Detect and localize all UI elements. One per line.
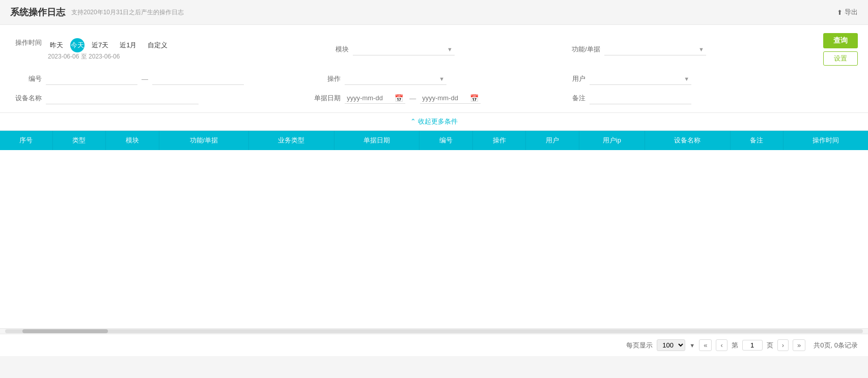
total-info: 共0页, 0条记录 — [814, 341, 858, 350]
table-header-row: 序号类型模块功能/单据业务类型单据日期编号操作用户用户ip设备名称备注操作时间 — [0, 131, 868, 150]
device-input[interactable] — [46, 92, 199, 104]
scrollbar-area — [0, 328, 868, 334]
scrollbar-track — [5, 329, 863, 333]
operation-filter: 操作 ▼ — [304, 73, 549, 85]
serial-from-input[interactable] — [46, 73, 137, 85]
function-select[interactable] — [604, 43, 706, 55]
user-select[interactable] — [590, 73, 691, 85]
time-btn-1month[interactable]: 近1月 — [116, 40, 141, 51]
docdate-label: 单据日期 — [304, 94, 345, 103]
filter-area: 操作时间 昨天 今天 近7天 近1月 自定义 2023-06-06 至 2023… — [0, 24, 868, 113]
table-header-cell: 操作时间 — [783, 131, 868, 150]
dropdown-icon: ▼ — [689, 342, 695, 348]
serial-dash: — — [142, 75, 148, 83]
table-header-cell: 用户 — [526, 131, 579, 150]
time-btn-today[interactable]: 今天 — [70, 38, 85, 52]
export-icon: ⬆ — [837, 9, 843, 16]
device-label: 设备名称 — [10, 94, 46, 103]
page-number-input[interactable] — [742, 340, 763, 351]
scrollbar-thumb[interactable] — [22, 329, 108, 333]
query-button[interactable]: 查询 — [823, 33, 858, 48]
pagination-bar: 每页显示 100 50 200 ▼ « ‹ 第 页 › » 共0页, 0条记录 — [0, 334, 868, 356]
export-button[interactable]: ⬆ 导出 — [837, 8, 858, 17]
page-title: 系统操作日志 — [10, 6, 65, 18]
operation-select[interactable] — [345, 73, 446, 85]
table-container: 序号类型模块功能/单据业务类型单据日期编号操作用户用户ip设备名称备注操作时间 — [0, 131, 868, 328]
serial-to-input[interactable] — [152, 73, 244, 85]
table-header-cell: 备注 — [730, 131, 783, 150]
table-header-cell: 设备名称 — [645, 131, 730, 150]
module-label: 模块 — [312, 45, 353, 54]
table-header-cell: 模块 — [106, 131, 159, 150]
time-btn-7days[interactable]: 近7天 — [88, 40, 113, 51]
remark-label: 备注 — [549, 94, 590, 103]
action-buttons: 查询 设置 — [823, 33, 858, 66]
first-page-button[interactable]: « — [699, 339, 712, 351]
time-btn-custom[interactable]: 自定义 — [144, 40, 172, 51]
page-subtitle: 支持2020年10月31日之后产生的操作日志 — [71, 8, 184, 17]
filter-row-2: 编号 — 操作 ▼ 用户 ▼ — [10, 73, 858, 85]
module-filter: 模块 ▼ — [312, 43, 564, 55]
user-filter: 用户 ▼ — [549, 73, 794, 85]
calendar-from-icon[interactable]: 📅 — [395, 94, 403, 102]
table-header-cell: 编号 — [419, 131, 472, 150]
date-from-wrapper: 📅 — [345, 93, 405, 104]
empty-area — [0, 150, 868, 328]
page-header: 系统操作日志 支持2020年10月31日之后产生的操作日志 ⬆ 导出 — [0, 0, 868, 24]
remark-filter: 备注 — [549, 92, 794, 104]
date-from-input[interactable] — [347, 94, 393, 102]
time-label: 操作时间 — [10, 38, 46, 47]
next-page-button[interactable]: › — [777, 339, 789, 351]
collapse-icon: ⌃ — [410, 118, 416, 125]
settings-button[interactable]: 设置 — [823, 51, 858, 66]
filter-row-3: 设备名称 单据日期 📅 — 📅 备注 — [10, 92, 858, 104]
docdate-filter: 单据日期 📅 — 📅 — [304, 93, 549, 104]
function-filter: 功能/单据 ▼ — [564, 43, 815, 55]
per-page-label: 每页显示 — [626, 341, 653, 350]
date-range-text: 2023-06-06 至 2023-06-06 — [48, 52, 172, 61]
module-select-wrapper: ▼ — [353, 43, 455, 55]
table-header-cell: 用户ip — [579, 131, 645, 150]
date-to-input[interactable] — [422, 94, 468, 102]
module-select[interactable] — [353, 43, 455, 55]
page-label: 第 — [732, 341, 738, 350]
date-to-wrapper: 📅 — [420, 93, 481, 104]
function-label: 功能/单据 — [564, 45, 604, 54]
function-select-wrapper: ▼ — [604, 43, 706, 55]
calendar-to-icon[interactable]: 📅 — [470, 94, 479, 102]
time-options: 昨天 今天 近7天 近1月 自定义 — [46, 38, 172, 52]
serial-label: 编号 — [10, 74, 46, 83]
date-dash: — — [409, 95, 416, 102]
data-table: 序号类型模块功能/单据业务类型单据日期编号操作用户用户ip设备名称备注操作时间 — [0, 131, 868, 150]
operation-select-wrapper: ▼ — [345, 73, 446, 85]
collapse-bar[interactable]: ⌃ 收起更多条件 — [0, 113, 868, 131]
user-select-wrapper: ▼ — [590, 73, 691, 85]
user-label: 用户 — [549, 74, 590, 83]
filter-row-1: 操作时间 昨天 今天 近7天 近1月 自定义 2023-06-06 至 2023… — [10, 33, 858, 66]
table-header-cell: 类型 — [52, 131, 105, 150]
operation-label: 操作 — [304, 74, 345, 83]
per-page-select[interactable]: 100 50 200 — [657, 339, 685, 351]
prev-page-button[interactable]: ‹ — [716, 339, 727, 351]
table-header-cell: 业务类型 — [249, 131, 334, 150]
remark-input[interactable] — [590, 92, 691, 104]
page-suffix: 页 — [767, 341, 773, 350]
time-btn-yesterday[interactable]: 昨天 — [46, 40, 67, 51]
table-header-cell: 序号 — [0, 131, 52, 150]
last-page-button[interactable]: » — [793, 339, 805, 351]
table-header-cell: 功能/单据 — [159, 131, 248, 150]
table-header-cell: 操作 — [472, 131, 525, 150]
collapse-label: 收起更多条件 — [418, 118, 458, 125]
table-header-cell: 单据日期 — [334, 131, 419, 150]
